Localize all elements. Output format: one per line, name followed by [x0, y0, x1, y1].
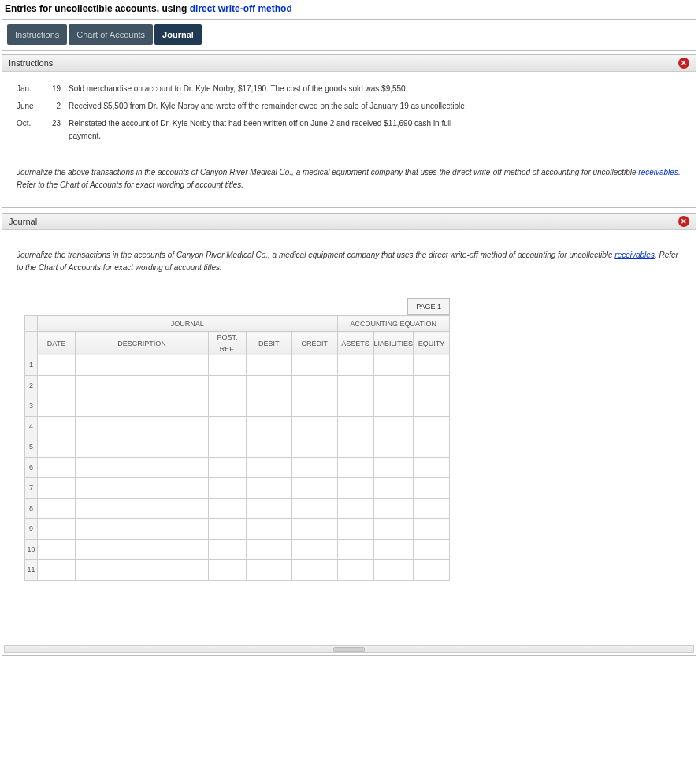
page-button[interactable]: PAGE 1	[407, 298, 450, 315]
cell-input[interactable]	[209, 417, 247, 437]
cell-input[interactable]	[209, 396, 247, 417]
tab-journal[interactable]: Journal	[154, 24, 202, 45]
cell-input[interactable]	[75, 540, 208, 560]
cell-input[interactable]	[246, 458, 291, 478]
cell-input[interactable]	[414, 417, 450, 437]
cell-input[interactable]	[75, 519, 208, 540]
cell-input[interactable]	[414, 499, 450, 519]
cell-input[interactable]	[414, 376, 450, 396]
cell-input[interactable]	[209, 519, 247, 540]
cell-input[interactable]	[209, 499, 247, 519]
row-number: 4	[25, 417, 38, 437]
cell-input[interactable]	[291, 355, 337, 376]
cell-input[interactable]	[209, 560, 247, 581]
cell-input[interactable]	[373, 519, 414, 540]
cell-input[interactable]	[75, 499, 208, 519]
cell-input[interactable]	[414, 540, 450, 560]
tab-chart-of-accounts[interactable]: Chart of Accounts	[69, 24, 153, 45]
cell-input[interactable]	[337, 519, 373, 540]
cell-input[interactable]	[37, 540, 75, 560]
cell-input[interactable]	[37, 376, 75, 396]
cell-input[interactable]	[37, 499, 75, 519]
cell-input[interactable]	[75, 437, 208, 458]
cell-input[interactable]	[75, 560, 208, 581]
cell-input[interactable]	[373, 560, 414, 581]
cell-input[interactable]	[414, 458, 450, 478]
cell-input[interactable]	[337, 560, 373, 581]
cell-input[interactable]	[414, 519, 450, 540]
cell-input[interactable]	[373, 478, 414, 499]
cell-input[interactable]	[209, 478, 247, 499]
cell-input[interactable]	[414, 355, 450, 376]
scrollbar-handle[interactable]	[333, 647, 365, 652]
cell-input[interactable]	[37, 560, 75, 581]
cell-input[interactable]	[37, 355, 75, 376]
cell-input[interactable]	[373, 458, 414, 478]
tab-instructions[interactable]: Instructions	[7, 24, 67, 45]
cell-input[interactable]	[291, 376, 337, 396]
cell-input[interactable]	[291, 396, 337, 417]
cell-input[interactable]	[414, 560, 450, 581]
cell-input[interactable]	[291, 417, 337, 437]
cell-input[interactable]	[414, 478, 450, 499]
cell-input[interactable]	[246, 478, 291, 499]
cell-input[interactable]	[37, 519, 75, 540]
cell-input[interactable]	[75, 417, 208, 437]
cell-input[interactable]	[337, 396, 373, 417]
cell-input[interactable]	[337, 499, 373, 519]
cell-input[interactable]	[337, 376, 373, 396]
cell-input[interactable]	[373, 376, 414, 396]
cell-input[interactable]	[373, 417, 414, 437]
cell-input[interactable]	[337, 540, 373, 560]
note-link[interactable]: receivables	[614, 251, 655, 259]
cell-input[interactable]	[209, 437, 247, 458]
cell-input[interactable]	[414, 396, 450, 417]
cell-input[interactable]	[246, 540, 291, 560]
cell-input[interactable]	[246, 437, 291, 458]
cell-input[interactable]	[246, 376, 291, 396]
cell-input[interactable]	[75, 478, 208, 499]
cell-input[interactable]	[291, 499, 337, 519]
cell-input[interactable]	[337, 355, 373, 376]
cell-input[interactable]	[75, 355, 208, 376]
title-link[interactable]: direct write-off method	[190, 3, 292, 14]
cell-input[interactable]	[246, 417, 291, 437]
cell-input[interactable]	[337, 417, 373, 437]
close-icon[interactable]: ✕	[678, 216, 689, 227]
cell-input[interactable]	[209, 458, 247, 478]
cell-input[interactable]	[75, 396, 208, 417]
horizontal-scrollbar[interactable]	[4, 645, 694, 653]
cell-input[interactable]	[373, 355, 414, 376]
cell-input[interactable]	[373, 396, 414, 417]
cell-input[interactable]	[246, 499, 291, 519]
cell-input[interactable]	[373, 499, 414, 519]
cell-input[interactable]	[291, 519, 337, 540]
cell-input[interactable]	[337, 458, 373, 478]
cell-input[interactable]	[414, 437, 450, 458]
cell-input[interactable]	[337, 478, 373, 499]
cell-input[interactable]	[373, 540, 414, 560]
cell-input[interactable]	[291, 478, 337, 499]
cell-input[interactable]	[246, 355, 291, 376]
cell-input[interactable]	[75, 458, 208, 478]
cell-input[interactable]	[373, 437, 414, 458]
cell-input[interactable]	[337, 437, 373, 458]
cell-input[interactable]	[209, 355, 247, 376]
cell-input[interactable]	[209, 376, 247, 396]
cell-input[interactable]	[37, 458, 75, 478]
cell-input[interactable]	[246, 519, 291, 540]
cell-input[interactable]	[209, 540, 247, 560]
cell-input[interactable]	[37, 396, 75, 417]
cell-input[interactable]	[291, 540, 337, 560]
cell-input[interactable]	[291, 437, 337, 458]
note-link[interactable]: receivables	[638, 168, 678, 176]
cell-input[interactable]	[246, 560, 291, 581]
close-icon[interactable]: ✕	[678, 58, 689, 69]
cell-input[interactable]	[37, 417, 75, 437]
cell-input[interactable]	[246, 396, 291, 417]
cell-input[interactable]	[37, 478, 75, 499]
cell-input[interactable]	[291, 560, 337, 581]
cell-input[interactable]	[75, 376, 208, 396]
cell-input[interactable]	[37, 437, 75, 458]
cell-input[interactable]	[291, 458, 337, 478]
